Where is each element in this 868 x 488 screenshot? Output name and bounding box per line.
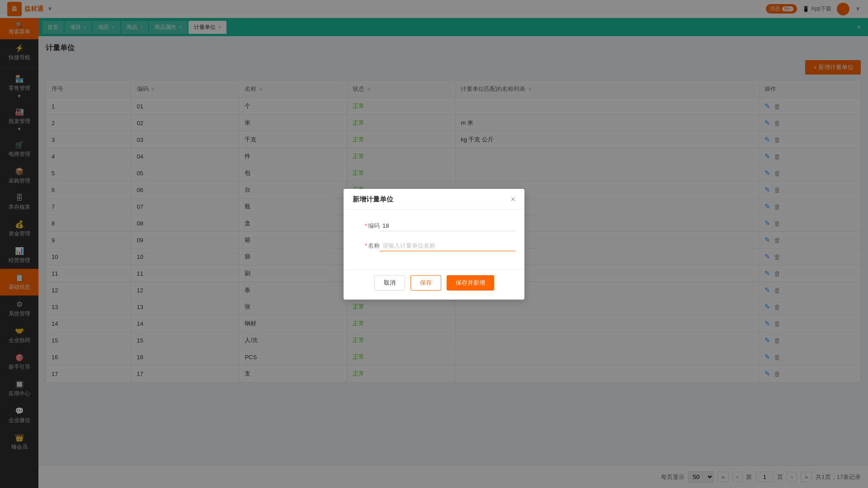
name-label: *名称 — [353, 242, 380, 250]
save-button[interactable]: 保存 — [410, 275, 441, 291]
name-input[interactable] — [380, 240, 515, 251]
dialog-overlay: 新增计量单位 × *编码 *名称 取消 保存 — [0, 0, 868, 488]
dialog-footer: 取消 保存 保存并新增 — [344, 269, 524, 300]
code-input[interactable] — [380, 221, 515, 231]
name-form-row: *名称 — [353, 240, 515, 251]
cancel-button[interactable]: 取消 — [374, 275, 405, 291]
add-unit-dialog: 新增计量单位 × *编码 *名称 取消 保存 — [344, 189, 524, 300]
code-label: *编码 — [353, 222, 380, 230]
dialog-header: 新增计量单位 × — [344, 189, 524, 210]
dialog-title: 新增计量单位 — [353, 195, 393, 204]
code-form-row: *编码 — [353, 221, 515, 231]
dialog-body: *编码 *名称 — [344, 210, 524, 269]
name-required-mark: * — [365, 242, 367, 249]
code-required-mark: * — [365, 222, 367, 229]
save-and-new-button[interactable]: 保存并新增 — [447, 275, 494, 291]
dialog-close-button[interactable]: × — [510, 195, 515, 203]
